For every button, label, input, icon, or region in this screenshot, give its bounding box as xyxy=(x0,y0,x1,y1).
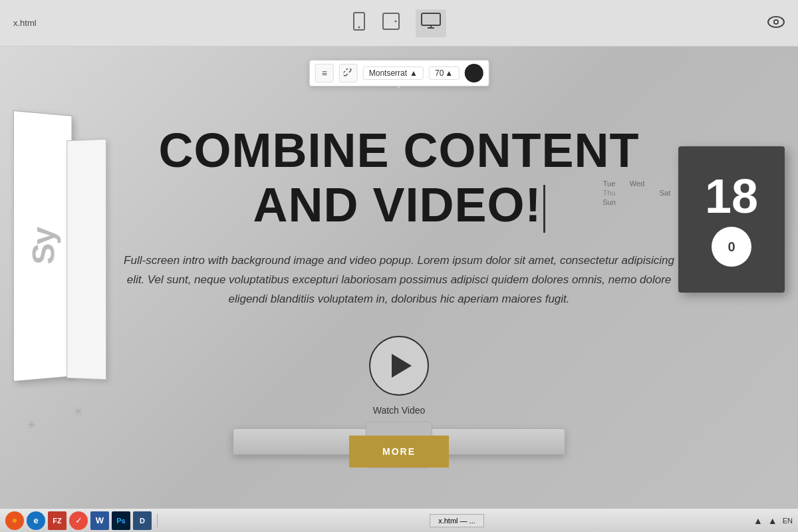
svg-point-1 xyxy=(358,26,360,28)
taskbar-photoshop[interactable]: Ps xyxy=(112,511,130,530)
preview-icon[interactable] xyxy=(767,15,785,32)
more-button[interactable]: MORE xyxy=(349,436,449,467)
video-play-area: Watch Video xyxy=(369,336,429,416)
taskbar-separator xyxy=(157,514,158,527)
font-selector[interactable]: Montserrat ▲ xyxy=(363,66,424,80)
file-label: x.html xyxy=(13,18,37,28)
tray-network-icon: ▲ xyxy=(753,515,763,526)
headline-line2: and VIDEO! xyxy=(159,178,640,233)
link-button[interactable] xyxy=(339,64,358,82)
svg-point-9 xyxy=(775,21,777,23)
mobile-view-icon[interactable] xyxy=(352,12,366,35)
content-area: ≡ Montserrat ▲ 70 ▲ COMBINE CONTENT and … xyxy=(0,47,798,508)
taskbar-db[interactable]: D xyxy=(133,511,152,530)
desktop-view-icon[interactable] xyxy=(416,9,446,37)
play-icon xyxy=(392,354,412,378)
text-cursor xyxy=(543,185,545,233)
color-picker[interactable] xyxy=(464,64,483,82)
headline-line1: COMBINE CONTENT xyxy=(159,123,640,178)
watch-video-label: Watch Video xyxy=(373,405,426,416)
font-size-arrow: ▲ xyxy=(445,68,453,78)
align-button[interactable]: ≡ xyxy=(315,64,334,82)
svg-rect-4 xyxy=(422,13,440,25)
tablet-view-icon[interactable] xyxy=(382,12,400,35)
taskbar-word[interactable]: W xyxy=(90,511,109,530)
font-size-value: 70 xyxy=(435,68,444,78)
svg-point-11 xyxy=(13,519,17,523)
taskbar-firefox[interactable] xyxy=(5,511,24,530)
system-clock: EN xyxy=(783,517,793,525)
taskbar: e FZ ✓ W Ps D x.html — ... ▲ ▲ EN xyxy=(0,508,798,532)
browser-chrome: x.html xyxy=(0,0,798,47)
system-lang: EN xyxy=(783,517,793,525)
taskbar-tray: ▲ ▲ EN xyxy=(753,515,793,526)
taskbar-ie[interactable]: e xyxy=(27,511,45,530)
font-name: Montserrat xyxy=(369,68,407,78)
tray-volume-icon: ▲ xyxy=(768,515,777,526)
hero-headline: COMBINE CONTENT and VIDEO! xyxy=(159,123,640,233)
nav-icons xyxy=(352,9,446,37)
taskbar-antivirus[interactable]: ✓ xyxy=(69,511,88,530)
text-editor-toolbar: ≡ Montserrat ▲ 70 ▲ xyxy=(309,60,489,86)
play-button[interactable] xyxy=(369,336,429,396)
main-content: Sy ✳ ✳ 18 0 Tue Wed Thu Sat Sun xyxy=(0,47,798,508)
hero-subtitle: Full-screen intro with background image … xyxy=(100,251,698,309)
svg-point-3 xyxy=(395,20,397,22)
font-dropdown-arrow: ▲ xyxy=(410,68,418,78)
taskbar-ftp[interactable]: FZ xyxy=(48,511,66,530)
font-size-control[interactable]: 70 ▲ xyxy=(429,66,459,80)
taskbar-window-area: x.html — ... xyxy=(163,514,751,527)
taskbar-window-item[interactable]: x.html — ... xyxy=(430,514,484,527)
